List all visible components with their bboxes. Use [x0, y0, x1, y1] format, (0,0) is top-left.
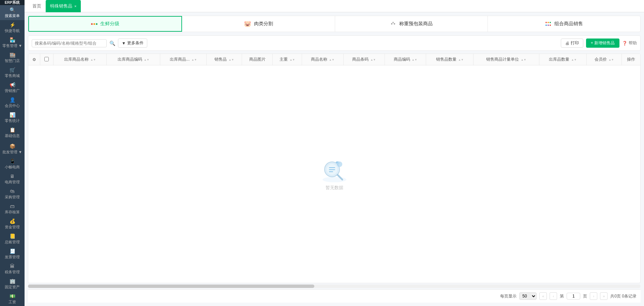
table-container: ⚙ 出库商品名称 ▲▼ 出库商品编码 ▲▼ 出库商品... ▲▼: [28, 53, 641, 283]
member-icon: 👤: [10, 97, 15, 103]
sidebar-item-finance[interactable]: 💰 资金管理: [0, 216, 25, 231]
sidebar-item-label: 固定资产: [5, 285, 20, 290]
first-page-btn[interactable]: «: [539, 292, 547, 300]
combo-dots: [545, 20, 552, 27]
search-icon-btn[interactable]: 🔍: [109, 41, 115, 46]
help-button[interactable]: ❓ 帮助: [622, 40, 637, 46]
stats-icon: 📊: [10, 112, 15, 118]
col-gear[interactable]: ⚙: [28, 54, 40, 65]
sidebar-item-member[interactable]: 👤 会员中心: [0, 95, 25, 110]
col-product-code[interactable]: 商品编码 ▲▼: [385, 54, 426, 65]
sidebar-item-label: 总账管理: [5, 240, 20, 245]
col-out-code[interactable]: 出库商品编码 ▲▼: [107, 54, 160, 65]
toolbar-right: 🖨 打印 + 新增销售品 ❓ 帮助: [561, 39, 637, 48]
category-tab-combo[interactable]: 组合商品销售: [488, 16, 640, 32]
sidebar-item-general[interactable]: 📒 总账管理: [0, 231, 25, 246]
col-out-name[interactable]: 出库商品名称 ▲▼: [53, 54, 107, 65]
col-member-price[interactable]: 会员价 ▲▼: [586, 54, 622, 65]
sidebar-item-label: 营销推广: [5, 88, 20, 93]
sidebar-item-marketing[interactable]: 📢 营销推广: [0, 80, 25, 95]
svg-point-20: [336, 162, 338, 163]
combo-icon: [545, 20, 552, 27]
sidebar-item-label: 基础信息: [5, 133, 20, 138]
filter-button[interactable]: ▼ 更多条件: [118, 39, 147, 48]
col-product-name[interactable]: 商品名称 ▲▼: [302, 54, 343, 65]
retail-icon: 🏪: [10, 37, 15, 43]
sidebar-item-tax[interactable]: 🏛 税务管理: [0, 261, 25, 276]
sidebar-item-label: 税务管理: [5, 270, 20, 275]
sidebar-item-invoice[interactable]: 🧾 发票管理: [0, 246, 25, 261]
sidebar-item-label: 库存核算: [5, 210, 20, 215]
scrollbar-container[interactable]: [28, 285, 641, 288]
tab-close-btn[interactable]: ×: [74, 4, 76, 8]
sidebar-item-label: 零售商城: [5, 73, 20, 78]
sidebar-item-label: 智慧门店: [5, 58, 20, 63]
tab-active[interactable]: 特殊销售品 ×: [46, 0, 81, 12]
total-label: 共0页 0条记录: [610, 293, 636, 299]
sidebar-item-batch[interactable]: 📦 批发管理 ▼: [0, 141, 25, 156]
per-page-label: 每页显示: [500, 293, 516, 299]
tab-home-label: 首页: [32, 3, 41, 9]
sidebar-item-basic-info[interactable]: 📋 基础信息: [0, 125, 25, 140]
weighing-icon: [390, 20, 396, 27]
page-label-prefix: 第: [560, 293, 564, 299]
sidebar-item-retail[interactable]: 🏪 零售管理 ▼: [0, 35, 25, 50]
tab-bar: 首页 特殊销售品 ×: [25, 0, 644, 12]
weighing-dots: [390, 20, 396, 27]
sidebar-item-purchase[interactable]: 🛍 采购管理: [0, 186, 25, 201]
sidebar-item-ecom[interactable]: 🖥 电商管理: [0, 171, 25, 186]
prev-page-btn[interactable]: ‹: [550, 292, 557, 300]
sidebar-item-retail-mall[interactable]: 🛒 零售商城: [0, 65, 25, 80]
svg-point-7: [550, 22, 551, 23]
sidebar-item-search[interactable]: 🔍 搜索菜单: [0, 5, 25, 20]
filter-label: 更多条件: [127, 40, 144, 46]
tab-home[interactable]: 首页: [28, 0, 46, 12]
col-out-qty[interactable]: 出库品数量 ▲▼: [539, 54, 586, 65]
page-input[interactable]: [567, 293, 580, 300]
sidebar-item-mini-ecom[interactable]: 📱 小畅电商: [0, 156, 25, 171]
sidebar-item-label: 会员中心: [5, 103, 20, 108]
category-tabs: 生鲜分级 🐷 肉类分割 称重预包装商品: [28, 16, 641, 32]
category-tab-meat[interactable]: 🐷 肉类分割: [182, 16, 335, 32]
select-all-checkbox[interactable]: [44, 57, 49, 61]
sidebar-item-label: 快捷导航: [5, 28, 20, 33]
col-weight[interactable]: 主重 ▲▼: [273, 54, 302, 65]
help-icon: ❓: [622, 41, 627, 46]
data-table: ⚙ 出库商品名称 ▲▼ 出库商品编码 ▲▼ 出库商品... ▲▼: [28, 54, 640, 65]
sidebar-item-smart-store[interactable]: 🏬 智慧门店: [0, 50, 25, 65]
svg-point-5: [545, 22, 547, 23]
dot-green: [96, 23, 98, 25]
sidebar-logo: ERP系统: [0, 0, 25, 5]
col-sale-unit[interactable]: 销售商品计量单位 ▲▼: [474, 54, 539, 65]
sidebar-item-wages[interactable]: 💵 工资: [0, 291, 25, 306]
new-button[interactable]: + 新增销售品: [586, 39, 619, 48]
sidebar-item-quick[interactable]: ⚡ 快捷导航: [0, 20, 25, 35]
search-input[interactable]: [32, 39, 107, 47]
category-tab-fresh[interactable]: 生鲜分级: [28, 16, 182, 32]
page-content: 生鲜分级 🐷 肉类分割 称重预包装商品: [25, 12, 644, 306]
col-out-spec[interactable]: 出库商品... ▲▼: [160, 54, 207, 65]
new-label: + 新增销售品: [591, 40, 615, 46]
col-sale-qty[interactable]: 销售品数量 ▲▼: [426, 54, 474, 65]
col-sale-item[interactable]: 销售品 ▲▼: [207, 54, 242, 65]
wages-icon: 💵: [10, 293, 15, 299]
print-button[interactable]: 🖨 打印: [561, 39, 583, 48]
sidebar-item-retail-stats[interactable]: 📊 零售统计: [0, 110, 25, 125]
sidebar-item-fixed[interactable]: 🏢 固定资产: [0, 276, 25, 291]
last-page-btn[interactable]: »: [600, 292, 608, 300]
col-barcode[interactable]: 商品条码 ▲▼: [343, 54, 385, 65]
sidebar-item-label: 零售管理 ▼: [2, 43, 22, 48]
print-icon: 🖨: [565, 41, 569, 46]
svg-line-3: [392, 22, 393, 24]
sidebar: ERP系统 🔍 搜索菜单 ⚡ 快捷导航 🏪 零售管理 ▼ 🏬 智慧门店 🛒 零售…: [0, 0, 25, 306]
fresh-dots: [91, 23, 98, 25]
per-page-select[interactable]: 50 10 20 100: [519, 292, 537, 300]
col-checkbox: [40, 54, 53, 65]
next-page-btn[interactable]: ›: [590, 292, 597, 300]
category-tab-weighing[interactable]: 称重预包装商品: [335, 16, 488, 32]
col-image: 商品图片: [242, 54, 273, 65]
info-icon: 📋: [10, 127, 15, 133]
dot-orange: [93, 23, 95, 25]
sidebar-item-label: 搜索菜单: [5, 13, 20, 18]
sidebar-item-inventory[interactable]: 🗃 库存核算: [0, 201, 25, 216]
